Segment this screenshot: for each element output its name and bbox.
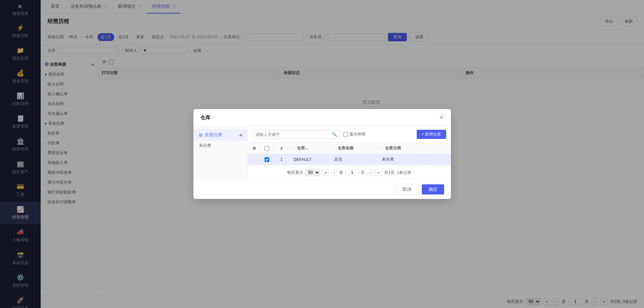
modal-next-page-btn[interactable]: › — [367, 169, 373, 176]
modal-search-button[interactable]: 🔍 — [329, 130, 340, 138]
modal-overlay: 仓库 ✕ ⊞ 全部分类 ◀ 未分类 — [0, 0, 644, 308]
th-name: ↕ 仓库名称 — [331, 143, 378, 154]
modal-table: ⚙ # ↕ 仓库... ↕ — [248, 143, 451, 165]
modal-page-suffix: 页 — [361, 170, 365, 176]
modal-search-input[interactable] — [253, 131, 329, 138]
modal-per-page-select[interactable]: 50 — [305, 169, 320, 176]
th-checkbox — [261, 143, 273, 154]
show-disabled-label[interactable]: 显示停用 — [343, 131, 366, 137]
th-category: ↕ 仓库分类 — [378, 143, 426, 154]
warehouse-modal: 仓库 ✕ ⊞ 全部分类 ◀ 未分类 — [193, 109, 451, 199]
grid-icon: ⊞ — [199, 132, 203, 138]
th-select-all-checkbox[interactable] — [265, 146, 269, 151]
modal-header: 仓库 ✕ — [193, 109, 451, 126]
row-category: 未分类 — [378, 154, 426, 165]
modal-left-unclassified[interactable]: 未分类 — [193, 141, 247, 150]
modal-table-header: ⚙ # ↕ 仓库... ↕ — [248, 143, 451, 154]
modal-page-label: 第 — [339, 170, 343, 176]
modal-page-input[interactable] — [345, 169, 359, 176]
confirm-button[interactable]: 确定 — [422, 184, 444, 194]
modal-left-panel: ⊞ 全部分类 ◀ 未分类 — [193, 126, 248, 180]
modal-toolbar: 🔍 显示停用 + 新增仓库 — [248, 126, 451, 143]
modal-right-panel: 🔍 显示停用 + 新增仓库 ⚙ — [248, 126, 451, 180]
modal-close-button[interactable]: ✕ — [439, 114, 444, 121]
modal-title: 仓库 — [200, 115, 210, 121]
th-code: ↕ 仓库... — [290, 143, 331, 154]
modal-prev-page-btn[interactable]: ‹ — [331, 169, 337, 176]
cancel-button[interactable]: 取消 — [395, 184, 418, 195]
modal-left-all-categories[interactable]: ⊞ 全部分类 ◀ — [193, 129, 247, 141]
modal-last-page-btn[interactable]: » — [375, 169, 382, 176]
modal-pagination: 每页显示 50 « ‹ 第 页 › » 共1页, 1条记录 — [248, 165, 451, 180]
row-gear — [248, 154, 261, 165]
row-select-checkbox[interactable] — [265, 157, 269, 162]
settings-icon-th[interactable]: ⚙ — [252, 146, 256, 151]
row-name: 总仓 — [331, 154, 378, 165]
row-code: DEFAULT — [290, 154, 331, 165]
row-checkbox[interactable] — [261, 154, 273, 165]
th-index: # — [273, 143, 290, 154]
add-warehouse-button[interactable]: + 新增仓库 — [417, 130, 446, 139]
th-gear: ⚙ — [248, 143, 261, 154]
modal-total-info: 共1页, 1条记录 — [384, 170, 411, 176]
modal-search-wrap: 🔍 — [252, 130, 340, 139]
table-row[interactable]: 1 DEFAULT 总仓 未分类 — [248, 154, 451, 165]
modal-first-page-btn[interactable]: « — [322, 169, 329, 176]
modal-body: ⊞ 全部分类 ◀ 未分类 🔍 显示停用 — [193, 126, 451, 180]
collapse-icon[interactable]: ◀ — [239, 132, 242, 137]
row-index: 1 — [273, 154, 290, 165]
modal-per-page-label: 每页显示 — [287, 170, 303, 176]
show-disabled-checkbox[interactable] — [343, 132, 348, 137]
modal-footer: 取消 确定 — [193, 180, 451, 199]
